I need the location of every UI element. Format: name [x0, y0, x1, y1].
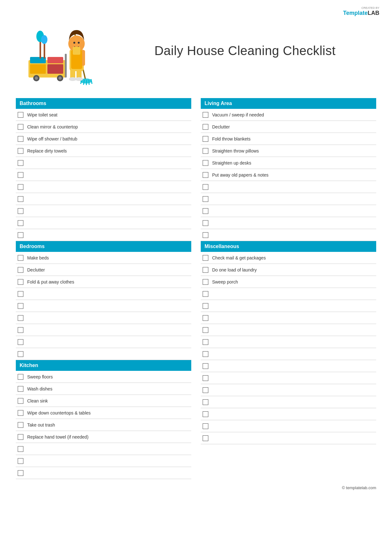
- checkbox[interactable]: [203, 184, 208, 190]
- checkbox[interactable]: [18, 327, 23, 333]
- footer: © templatelab.com: [16, 485, 376, 490]
- checkbox[interactable]: [18, 279, 23, 285]
- checklist-item: Replace dirty towels: [16, 145, 191, 157]
- section-kitchen: KitchenSweep floorsWash dishesClean sink…: [16, 360, 191, 479]
- checklist-item: Wipe off shower / bathtub: [16, 133, 191, 145]
- checklist-item: [201, 217, 376, 229]
- checkbox[interactable]: [18, 148, 23, 154]
- checkbox[interactable]: [18, 196, 23, 202]
- checklist-item: [201, 193, 376, 205]
- checkbox[interactable]: [203, 387, 208, 393]
- svg-rect-3: [30, 64, 46, 74]
- item-text: Clean sink: [27, 398, 48, 403]
- checkbox[interactable]: [18, 291, 23, 297]
- checkbox[interactable]: [18, 136, 23, 142]
- checkbox[interactable]: [203, 172, 208, 178]
- checkbox[interactable]: [18, 172, 23, 178]
- checkbox[interactable]: [203, 196, 208, 202]
- section-miscellaneous: MiscellaneousCheck mail & get packagesDo…: [201, 241, 376, 444]
- checkbox[interactable]: [203, 112, 208, 118]
- item-text: Make beds: [27, 255, 49, 260]
- checkbox[interactable]: [18, 267, 23, 273]
- page-title: Daily House Cleaning Checklist: [114, 44, 376, 58]
- checkbox[interactable]: [203, 435, 208, 441]
- checkbox[interactable]: [203, 351, 208, 357]
- checklist-item: [16, 300, 191, 312]
- checkbox[interactable]: [18, 458, 23, 464]
- checkbox[interactable]: [203, 220, 208, 226]
- checklist-item: Declutter: [16, 264, 191, 276]
- checkbox[interactable]: [203, 148, 208, 154]
- column: Living AreaVacuum / sweep if neededDeclu…: [201, 98, 376, 479]
- checklist-item: Vacuum / sweep if needed: [201, 109, 376, 121]
- checklist-item: Replace hand towel (if needed): [16, 431, 191, 443]
- item-text: Wipe toilet seat: [27, 112, 58, 117]
- item-text: Straighten up desks: [212, 160, 251, 165]
- checkbox[interactable]: [203, 423, 208, 429]
- checkbox[interactable]: [18, 339, 23, 345]
- checklist-item: Straighten up desks: [201, 157, 376, 169]
- checklist-item: [201, 372, 376, 384]
- section-header-bathrooms: Bathrooms: [16, 98, 191, 109]
- checkbox[interactable]: [203, 279, 208, 285]
- item-text: Replace dirty towels: [27, 148, 67, 153]
- checkbox[interactable]: [18, 208, 23, 214]
- checkbox[interactable]: [18, 184, 23, 190]
- checkbox[interactable]: [18, 160, 23, 166]
- svg-rect-2: [47, 57, 63, 63]
- checklist-item: [201, 300, 376, 312]
- checkbox[interactable]: [18, 315, 23, 321]
- checklist-item: [16, 348, 191, 360]
- checkbox[interactable]: [18, 446, 23, 452]
- brand-lab: LAB: [368, 10, 379, 16]
- item-text: Wash dishes: [27, 386, 52, 391]
- brand-template: Template: [343, 10, 368, 16]
- checkbox[interactable]: [203, 399, 208, 405]
- checklist-item: [201, 348, 376, 360]
- checkbox[interactable]: [18, 124, 23, 130]
- checklist-item: [16, 205, 191, 217]
- checkbox[interactable]: [18, 255, 23, 261]
- item-text: Fold throw blankets: [212, 136, 250, 141]
- checkbox[interactable]: [203, 255, 208, 261]
- checkbox[interactable]: [203, 267, 208, 273]
- checklist-item: Wash dishes: [16, 383, 191, 395]
- checklist-item: [16, 455, 191, 467]
- item-text: Declutter: [27, 267, 45, 272]
- checkbox[interactable]: [203, 303, 208, 309]
- svg-line-15: [89, 80, 89, 85]
- checkbox[interactable]: [18, 470, 23, 476]
- checkbox[interactable]: [18, 386, 23, 392]
- item-text: Take out trash: [27, 422, 55, 427]
- checkbox[interactable]: [18, 398, 23, 404]
- checkbox[interactable]: [203, 339, 208, 345]
- checkbox[interactable]: [18, 303, 23, 309]
- checklist-item: [201, 181, 376, 193]
- checkbox[interactable]: [203, 160, 208, 166]
- checklist-item: [16, 324, 191, 336]
- checkbox[interactable]: [18, 410, 23, 416]
- svg-rect-31: [73, 47, 80, 55]
- checkbox[interactable]: [203, 124, 208, 130]
- checkbox[interactable]: [203, 208, 208, 214]
- checkbox[interactable]: [203, 375, 208, 381]
- checkbox[interactable]: [18, 112, 23, 118]
- checklist-item: [16, 229, 191, 241]
- svg-line-16: [91, 79, 92, 84]
- checkbox[interactable]: [18, 351, 23, 357]
- checkbox[interactable]: [203, 327, 208, 333]
- checkbox[interactable]: [18, 422, 23, 428]
- checkbox[interactable]: [203, 232, 208, 238]
- checkbox[interactable]: [18, 434, 23, 440]
- checkbox[interactable]: [203, 136, 208, 142]
- checkbox[interactable]: [203, 411, 208, 417]
- section-header-miscellaneous: Miscellaneous: [201, 241, 376, 252]
- checkbox[interactable]: [18, 374, 23, 380]
- checkbox[interactable]: [203, 363, 208, 369]
- checkbox[interactable]: [203, 291, 208, 297]
- checklist-item: Check mail & get packages: [201, 252, 376, 264]
- item-text: Vacuum / sweep if needed: [212, 112, 264, 117]
- checkbox[interactable]: [18, 232, 23, 238]
- checkbox[interactable]: [18, 220, 23, 226]
- checkbox[interactable]: [203, 315, 208, 321]
